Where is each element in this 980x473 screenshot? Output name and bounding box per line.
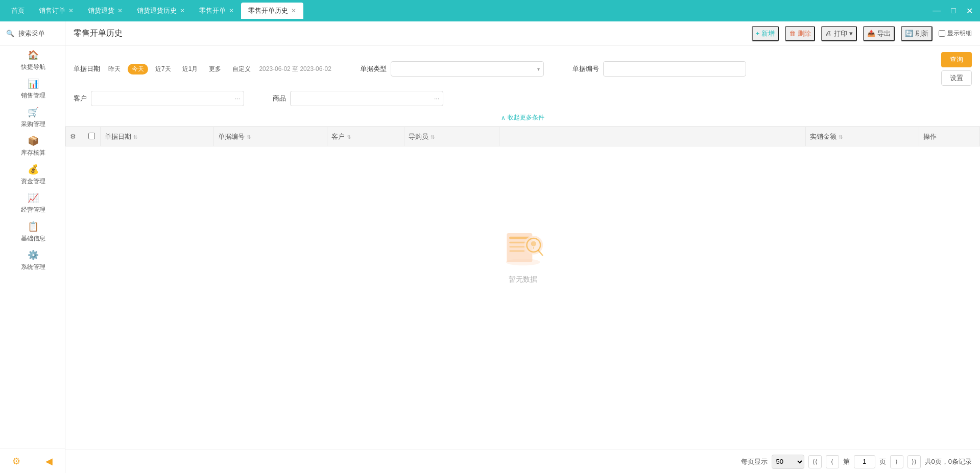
date-more[interactable]: 更多 [205,64,225,74]
sidebar-collapse-icon[interactable]: ◀ [45,456,53,467]
date-7days[interactable]: 近7天 [151,64,175,74]
tab-retail-open-label: 零售开单 [199,6,226,15]
page-unit-label: 页 [879,457,886,466]
sidebar-item-inventory[interactable]: 📦 库存核算 [0,132,65,160]
refresh-icon: 🔄 [905,30,913,37]
date-today[interactable]: 今天 [128,64,148,74]
tab-sales-return-close[interactable]: ✕ [117,7,123,14]
export-icon: 📤 [867,30,875,37]
sidebar-item-quick-nav[interactable]: 🏠 快捷导航 [0,46,65,74]
col-check[interactable] [84,127,101,146]
quick-nav-label: 快捷导航 [21,63,45,71]
basic-info-icon: 📋 [28,221,39,232]
last-page-btn[interactable]: ⟩⟩ [907,455,921,468]
maximize-btn[interactable]: □ [948,5,959,16]
col-settings[interactable]: ⚙ [66,127,84,146]
operations-icon: 📈 [28,192,39,204]
col-salesperson[interactable]: 导购员 ⇅ [404,127,499,146]
table-area: ⚙ 单据日期 ⇅ 单据编号 ⇅ 客户 ⇅ [65,127,980,450]
date-1month[interactable]: 近1月 [178,64,202,74]
col-customer[interactable]: 客户 ⇅ [327,127,404,146]
print-button[interactable]: 🖨 打印 ▾ [821,26,857,41]
sidebar-item-basic-info[interactable]: 📋 基础信息 [0,217,65,246]
sys-mgmt-icon: ⚙️ [28,250,39,261]
order-type-select-wrapper: ▾ [391,61,544,77]
col-salesperson-label: 导购员 [409,133,428,140]
quick-nav-icon: 🏠 [28,49,39,61]
filter-row-1: 单据日期 昨天 今天 近7天 近1月 更多 自定义 2023-06-02 至 2… [74,52,972,86]
date-shortcuts: 昨天 今天 近7天 近1月 更多 自定义 [104,64,255,74]
tab-retail-open[interactable]: 零售开单 ✕ [192,3,241,19]
col-salesperson-sort: ⇅ [431,134,435,140]
date-yesterday[interactable]: 昨天 [104,64,125,74]
prev-page-btn[interactable]: ⟨ [826,455,839,468]
settings-button[interactable]: 设置 [941,70,972,86]
delete-button[interactable]: 🗑 删除 [785,26,815,41]
product-input[interactable] [290,91,443,106]
col-action-label: 操作 [923,133,937,140]
customer-dots[interactable]: ··· [235,95,240,102]
order-no-filter: 单据编号 [572,61,746,77]
customer-input[interactable] [91,91,244,106]
tab-retail-history-label: 零售开单历史 [248,6,288,15]
sidebar-item-sys-mgmt[interactable]: ⚙️ 系统管理 [0,246,65,275]
tab-retail-history-close[interactable]: ✕ [291,7,296,14]
header-actions: + 新增 🗑 删除 🖨 打印 ▾ 📤 导出 🔄 刷新 [752,26,972,41]
sidebar-search[interactable]: 🔍 搜索采单 [0,21,65,46]
page-input[interactable] [854,455,875,468]
pagination-bar: 每页显示 10 20 50 100 ⟨⟨ ⟨ 第 页 ⟩ ⟩⟩ 共0页，0条记录 [65,450,980,473]
tab-sales-return-history[interactable]: 销货退货历史 ✕ [130,3,192,19]
display-detail-wrapper: 显示明细 [939,29,972,38]
tab-retail-history[interactable]: 零售开单历史 ✕ [241,3,303,19]
add-button[interactable]: + 新增 [752,26,779,41]
inventory-icon: 📦 [28,135,39,146]
tab-sales-order-close[interactable]: ✕ [68,7,74,14]
main-layout: 🔍 搜索采单 🏠 快捷导航 📊 销售管理 🛒 采购管理 📦 库存核算 💰 [0,21,980,473]
date-custom[interactable]: 自定义 [228,64,255,74]
per-page-select[interactable]: 10 20 50 100 [772,455,804,469]
select-all-checkbox[interactable] [88,133,95,139]
query-button[interactable]: 查询 [941,52,972,67]
sidebar-item-sales-mgmt[interactable]: 📊 销售管理 [0,74,65,103]
tab-bar: 首页 销售订单 ✕ 销货退货 ✕ 销货退货历史 ✕ 零售开单 ✕ 零售开单历史 … [0,0,980,21]
data-table: ⚙ 单据日期 ⇅ 单据编号 ⇅ 客户 ⇅ [65,127,980,361]
add-label: 新增 [761,29,775,38]
filter-row-2: 客户 ··· 商品 ··· [74,91,972,106]
page-title: 零售开单历史 [74,28,752,39]
refresh-button[interactable]: 🔄 刷新 [901,26,933,41]
per-page-label: 每页显示 [741,457,768,466]
product-label: 商品 [273,94,286,103]
sidebar-settings-icon[interactable]: ⚙ [12,456,20,467]
export-button[interactable]: 📤 导出 [863,26,895,41]
col-amount[interactable]: 实销金额 ⇅ [806,127,919,146]
sidebar-item-finance[interactable]: 💰 资金管理 [0,160,65,189]
customer-filter: 客户 ··· [74,91,244,106]
col-order-no-sort: ⇅ [247,134,251,140]
minimize-btn[interactable]: — [929,5,944,16]
sidebar-item-operations[interactable]: 📈 经营管理 [0,189,65,217]
order-no-input[interactable] [603,61,746,77]
table-body: 暂无数据 [66,146,980,361]
order-type-label: 单据类型 [360,64,387,73]
col-date[interactable]: 单据日期 ⇅ [101,127,214,146]
sales-mgmt-label: 销售管理 [21,91,45,100]
tab-home[interactable]: 首页 [4,3,32,19]
svg-rect-5 [509,250,524,252]
next-page-btn[interactable]: ⟩ [890,455,903,468]
col-order-no[interactable]: 单据编号 ⇅ [214,127,327,146]
sidebar-item-purchase-mgmt[interactable]: 🛒 采购管理 [0,103,65,132]
col-customer-label: 客户 [331,133,345,140]
display-detail-checkbox[interactable] [939,30,945,37]
col-amount-label: 实销金额 [810,133,836,140]
finance-label: 资金管理 [21,177,45,186]
product-dots[interactable]: ··· [434,95,439,102]
tab-sales-return[interactable]: 销货退货 ✕ [81,3,130,19]
tab-sales-return-label: 销货退货 [88,6,114,15]
tab-sales-return-history-close[interactable]: ✕ [180,7,185,14]
first-page-btn[interactable]: ⟨⟨ [808,455,822,468]
close-btn[interactable]: ✕ [963,5,976,17]
tab-sales-order[interactable]: 销售订单 ✕ [32,3,81,19]
order-type-select[interactable] [391,61,544,77]
collapse-bar[interactable]: ∧ 收起更多条件 [74,111,972,124]
tab-retail-open-close[interactable]: ✕ [229,7,234,14]
